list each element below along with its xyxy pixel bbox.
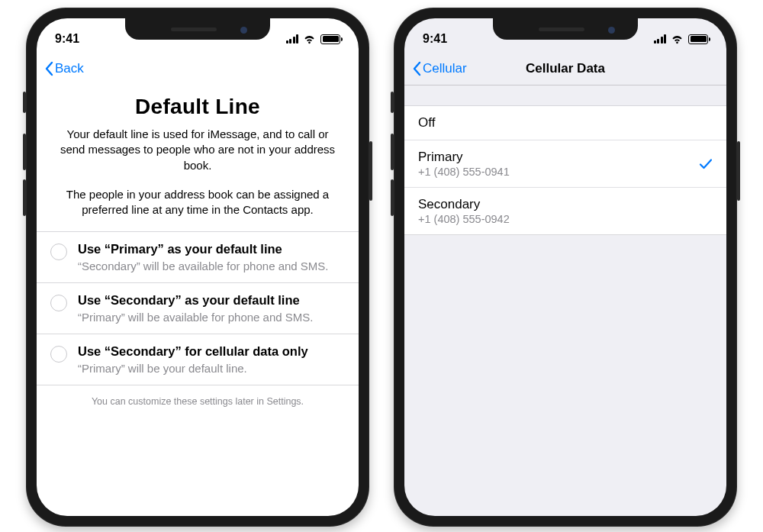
checkmark-icon — [699, 158, 713, 170]
nav-bar: Back — [37, 52, 359, 85]
back-button[interactable]: Cellular — [412, 61, 467, 76]
battery-icon — [688, 34, 708, 44]
default-line-options: Use “Primary” as your default line “Seco… — [37, 231, 359, 385]
chevron-left-icon — [412, 61, 421, 76]
chevron-left-icon — [44, 61, 53, 76]
option-secondary-data-only[interactable]: Use “Secondary” for cellular data only “… — [37, 334, 359, 385]
option-primary[interactable]: Primary +1 (408) 555-0941 — [404, 140, 726, 188]
option-primary-default[interactable]: Use “Primary” as your default line “Seco… — [37, 232, 359, 283]
radio-icon — [50, 346, 67, 363]
volume-up-button — [391, 134, 394, 170]
notch — [493, 18, 638, 40]
power-button — [369, 141, 372, 201]
radio-icon — [50, 295, 67, 311]
option-subtitle: +1 (408) 555-0941 — [418, 166, 510, 178]
option-title: Use “Primary” as your default line — [78, 241, 329, 257]
mute-switch — [391, 92, 394, 113]
back-button[interactable]: Back — [44, 61, 84, 76]
nav-bar: Cellular Cellular Data — [404, 52, 726, 85]
option-title: Off — [418, 115, 435, 131]
option-title: Use “Secondary” as your default line — [78, 292, 313, 308]
page-title: Default Line — [52, 95, 343, 119]
phone-mockup-default-line: 9:41 Back Default Line Your default line… — [26, 8, 369, 527]
option-title: Use “Secondary” for cellular data only — [78, 343, 308, 360]
wifi-icon — [303, 34, 316, 44]
power-button — [737, 141, 740, 201]
option-off[interactable]: Off — [404, 106, 726, 140]
status-time: 9:41 — [423, 32, 447, 46]
cellular-signal-icon — [286, 34, 299, 44]
option-secondary[interactable]: Secondary +1 (408) 555-0942 — [404, 188, 726, 234]
notch — [125, 18, 270, 40]
option-subtitle: “Primary” will be your default line. — [78, 361, 308, 376]
back-label: Back — [55, 61, 84, 76]
radio-icon — [50, 243, 67, 260]
footnote: You can customize these settings later i… — [52, 396, 343, 407]
option-subtitle: “Secondary” will be available for phone … — [78, 259, 329, 274]
option-secondary-default[interactable]: Use “Secondary” as your default line “Pr… — [37, 283, 359, 334]
volume-up-button — [23, 134, 26, 170]
volume-down-button — [23, 179, 26, 216]
volume-down-button — [391, 179, 394, 216]
cellular-signal-icon — [654, 34, 667, 44]
option-subtitle: “Primary” will be available for phone an… — [78, 310, 313, 325]
option-title: Primary — [418, 150, 510, 165]
option-subtitle: +1 (408) 555-0942 — [418, 213, 510, 225]
option-title: Secondary — [418, 197, 510, 212]
description-1: Your default line is used for iMessage, … — [55, 127, 340, 173]
content: Default Line Your default line is used f… — [37, 85, 359, 407]
mute-switch — [23, 92, 26, 113]
cellular-data-options: Off Primary +1 (408) 555-0941 Secondary … — [404, 105, 726, 235]
back-label: Cellular — [423, 61, 467, 76]
phone-mockup-cellular-data: 9:41 Cellular Cellular Data Off — [394, 8, 737, 527]
wifi-icon — [671, 34, 684, 44]
status-time: 9:41 — [55, 32, 79, 46]
description-2: The people in your address book can be a… — [55, 187, 340, 218]
battery-icon — [320, 34, 340, 44]
